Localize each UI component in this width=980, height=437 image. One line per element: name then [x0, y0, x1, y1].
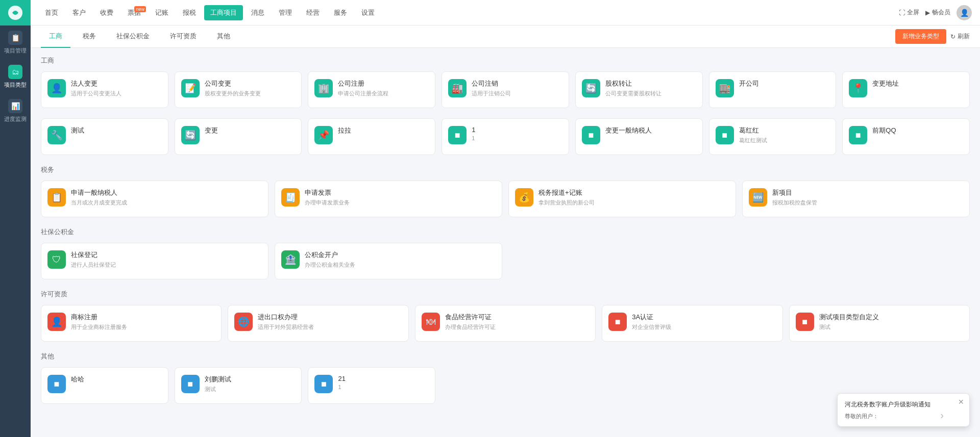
card-icon-liupengtest: ■	[181, 375, 200, 393]
card-icon-tax-report: 💰	[515, 188, 533, 207]
cards-grid-social: 🛡 社保登记 进行人员社保登记 🏦 公积金开户 办理公积金相关业务	[41, 243, 970, 279]
card-lala[interactable]: 📌 拉拉	[308, 118, 435, 155]
card-desc-test-type: 测试	[819, 323, 963, 331]
subtab-permit[interactable]: 许可资质	[162, 25, 205, 48]
topnav-message[interactable]: 消息	[245, 5, 271, 20]
card-name-trademark: 商标注册	[71, 313, 215, 322]
card-icon-3a-cert: ■	[608, 313, 627, 331]
card-desc-food-license: 办理食品经营许可证	[445, 323, 589, 331]
topnav-business[interactable]: 工商项目	[204, 5, 243, 20]
card-open-company[interactable]: 🏬 开公司	[709, 71, 837, 108]
card-icon-open-company: 🏬	[716, 79, 734, 97]
card-apply-invoice[interactable]: 🧾 申请发票 办理申请发票业务	[275, 181, 502, 217]
card-apply-general-tax[interactable]: 📋 申请一般纳税人 当月或次月成变更完成	[41, 181, 268, 217]
sidebar-logo[interactable]	[0, 0, 31, 25]
card-fund-open[interactable]: 🏦 公积金开户 办理公积金相关业务	[275, 243, 502, 279]
topnav-customer[interactable]: 客户	[66, 5, 92, 20]
topnav-home[interactable]: 首页	[39, 5, 64, 20]
section-title-business: 工商	[41, 56, 970, 65]
card-desc-social-register: 进行人员社保登记	[71, 261, 262, 269]
card-desc-company-cancel: 适用于注销公司	[472, 90, 562, 97]
card-tax-report-bookkeeping[interactable]: 💰 税务报道+记账 拿到营业执照的新公司	[508, 181, 736, 217]
card-desc-company-change: 股权变更外的业务变更	[205, 90, 296, 97]
subtabs: 工商 税务 社保公积金 许可资质 其他 新增业务类型 ↻ 刷新	[31, 25, 980, 48]
card-qianqi-qq[interactable]: ■ 前期QQ	[842, 118, 970, 155]
card-icon-import-export: 🌐	[234, 313, 253, 331]
subtab-business[interactable]: 工商	[41, 25, 70, 48]
avatar[interactable]: 👤	[957, 5, 972, 20]
notification-close[interactable]: ✕	[958, 398, 964, 406]
card-change-general-tax[interactable]: ■ 变更一般纳税人	[575, 118, 703, 155]
card-import-export[interactable]: 🌐 进出口权办理 适用于对外贸易经营者	[228, 305, 408, 342]
card-twentyone[interactable]: ■ 21 1	[308, 367, 435, 404]
card-one[interactable]: ■ 1 1	[442, 118, 569, 155]
card-icon-lala: 📌	[314, 126, 333, 144]
card-icon-fund-open: 🏦	[281, 250, 300, 269]
card-name-legal-change: 法人变更	[71, 79, 162, 88]
card-name-new-project: 新项目	[772, 188, 963, 197]
card-icon-gehonghong: ■	[716, 126, 734, 144]
topnav-tax[interactable]: 报税	[177, 5, 202, 20]
card-name-open-company: 开公司	[739, 79, 830, 88]
card-icon-test: 🔧	[47, 126, 66, 144]
card-gehonghong[interactable]: ■ 葛红红 葛红红测试	[709, 118, 837, 155]
section-title-tax: 税务	[41, 165, 970, 174]
subtab-actions: 新增业务类型 ↻ 刷新	[895, 29, 970, 44]
card-desc-3a-cert: 对企业信誉评级	[632, 323, 776, 331]
sidebar-item-progress-monitor[interactable]: 📊 进度监测	[0, 94, 31, 128]
card-name-one: 1	[472, 126, 562, 134]
topnav-billing[interactable]: 收费	[94, 5, 119, 20]
new-type-button[interactable]: 新增业务类型	[895, 29, 946, 44]
card-food-license[interactable]: 🍽 食品经营许可证 办理食品经营许可证	[415, 305, 596, 342]
subtab-social[interactable]: 社保公积金	[108, 25, 158, 48]
card-icon-qianqi-qq: ■	[849, 126, 867, 144]
subtab-other[interactable]: 其他	[209, 25, 238, 48]
card-company-register[interactable]: 🏢 公司注册 申请公司注册全流程	[308, 71, 435, 108]
card-name-qianqi-qq: 前期QQ	[872, 126, 963, 135]
card-icon-one: ■	[448, 126, 467, 144]
card-desc-twentyone: 1	[338, 384, 429, 390]
vip-btn[interactable]: ▶ 畅会员	[925, 8, 950, 17]
topnav-manage[interactable]: 管理	[273, 5, 298, 20]
card-company-cancel[interactable]: 🏭 公司注销 适用于注销公司	[442, 71, 569, 108]
card-icon-apply-general-tax: 📋	[47, 188, 66, 207]
topnav-operation[interactable]: 经营	[300, 5, 326, 20]
card-equity-transfer[interactable]: 🔄 股权转让 公司变更需要股权转让	[575, 71, 703, 108]
card-new-project[interactable]: 🆕 新项目 报税加税控盘保管	[742, 181, 970, 217]
card-legal-change[interactable]: 👤 法人变更 适用于公司变更法人	[41, 71, 168, 108]
card-name-apply-invoice: 申请发票	[305, 188, 496, 197]
card-3a-cert[interactable]: ■ 3A认证 对企业信誉评级	[602, 305, 782, 342]
card-test-type[interactable]: ■ 测试项目类型自定义 测试	[789, 305, 970, 342]
sidebar-item-project-manage[interactable]: 📋 项目管理	[0, 25, 31, 60]
card-social-register[interactable]: 🛡 社保登记 进行人员社保登记	[41, 243, 268, 279]
card-icon-equity-transfer: 🔄	[582, 79, 600, 97]
card-icon-change-address: 📍	[849, 79, 867, 97]
card-change[interactable]: 🔄 变更	[175, 118, 302, 155]
card-change-address[interactable]: 📍 变更地址	[842, 71, 970, 108]
subtab-tax[interactable]: 税务	[75, 25, 104, 48]
card-name-tax-report: 税务报道+记账	[538, 188, 729, 197]
cards-grid-permit: 👤 商标注册 用于企业商标注册服务 🌐 进出口权办理 适用于对外贸易经营者 🍽	[41, 305, 970, 342]
notification-body: 尊敬的用户：	[845, 412, 962, 421]
topnav-settings[interactable]: 设置	[355, 5, 381, 20]
cards-grid-business1: 👤 法人变更 适用于公司变更法人 📝 公司变更 股权变更外的业务变更 🏢	[41, 71, 970, 108]
card-test[interactable]: 🔧 测试	[41, 118, 168, 155]
card-name-company-register: 公司注册	[338, 79, 429, 88]
card-trademark[interactable]: 👤 商标注册 用于企业商标注册服务	[41, 305, 222, 342]
topnav-bookkeeping[interactable]: 记账	[149, 5, 175, 20]
topnav-invoice[interactable]: 票据 new	[121, 5, 147, 20]
card-desc-apply-invoice: 办理申请发票业务	[305, 199, 496, 207]
card-name-import-export: 进出口权办理	[258, 313, 402, 322]
fullscreen-btn[interactable]: ⛶ 全屏	[899, 8, 919, 17]
card-name-equity-transfer: 股权转让	[605, 79, 696, 88]
card-name-test: 测试	[71, 126, 162, 135]
refresh-button[interactable]: ↻ 刷新	[950, 32, 970, 41]
card-haha[interactable]: ■ 哈哈	[41, 367, 168, 404]
section-title-permit: 许可资质	[41, 290, 970, 299]
card-desc-gehonghong: 葛红红测试	[739, 137, 830, 144]
fullscreen-icon: ⛶	[899, 9, 905, 16]
card-liupengtest[interactable]: ■ 刘鹏测试 测试	[175, 367, 302, 404]
sidebar-item-project-type[interactable]: 🗂 项目类型	[0, 60, 31, 94]
card-company-change[interactable]: 📝 公司变更 股权变更外的业务变更	[175, 71, 302, 108]
topnav-service[interactable]: 服务	[328, 5, 353, 20]
